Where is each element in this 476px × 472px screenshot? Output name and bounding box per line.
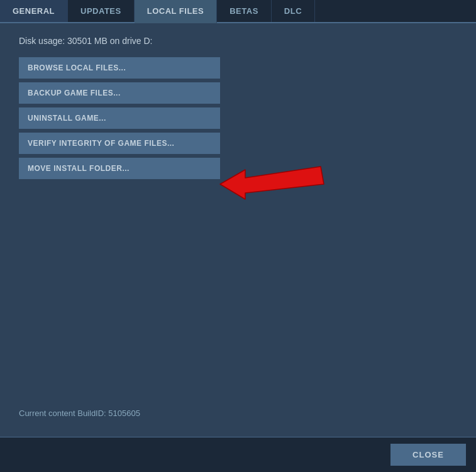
browse-local-files-button[interactable]: BROWSE LOCAL FILES...	[19, 57, 220, 79]
main-content: Disk usage: 30501 MB on drive D: BROWSE …	[0, 23, 476, 437]
disk-usage-label: Disk usage: 30501 MB on drive D:	[19, 36, 457, 46]
tabs-bar: GENERAL UPDATES LOCAL FILES BETAS DLC	[0, 0, 476, 23]
move-install-folder-button[interactable]: MOVE INSTALL FOLDER...	[19, 158, 220, 179]
build-id-label: Current content BuildID: 5105605	[19, 409, 457, 418]
uninstall-game-button[interactable]: UNINSTALL GAME...	[19, 107, 220, 129]
action-buttons-section: BROWSE LOCAL FILES... BACKUP GAME FILES.…	[19, 57, 220, 179]
tab-dlc[interactable]: DLC	[272, 0, 315, 22]
bottom-bar: CLOSE	[0, 437, 476, 472]
tab-betas[interactable]: BETAS	[217, 0, 272, 22]
tab-general[interactable]: GENERAL	[0, 0, 68, 22]
close-button[interactable]: CLOSE	[390, 444, 466, 466]
tab-updates[interactable]: UPDATES	[68, 0, 135, 22]
steam-properties-window: GENERAL UPDATES LOCAL FILES BETAS DLC Di…	[0, 0, 476, 472]
footer-content: Current content BuildID: 5105605	[19, 179, 457, 424]
verify-integrity-button[interactable]: VERIFY INTEGRITY OF GAME FILES...	[19, 133, 220, 154]
backup-game-files-button[interactable]: BACKUP GAME FILES...	[19, 82, 220, 104]
tab-local-files[interactable]: LOCAL FILES	[135, 0, 217, 23]
